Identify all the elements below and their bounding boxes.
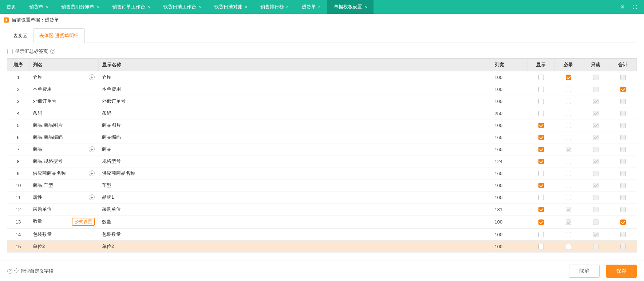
chk-required[interactable] (566, 207, 571, 212)
chk-show[interactable] (538, 87, 544, 92)
cell-width[interactable]: 100 (491, 83, 528, 95)
tab-close-icon[interactable]: × (364, 4, 367, 9)
table-row[interactable]: 9供应商商品名称+供应商商品名称160 (7, 167, 637, 179)
chk-required[interactable] (566, 183, 571, 188)
fullscreen-icon[interactable] (630, 2, 640, 12)
chk-required[interactable] (566, 99, 571, 104)
add-sub-column-icon[interactable]: + (89, 194, 95, 200)
cell-width[interactable]: 160 (491, 143, 528, 155)
chk-total[interactable] (620, 219, 626, 225)
chk-total[interactable] (620, 244, 626, 249)
chk-required[interactable] (566, 232, 571, 237)
chk-show[interactable] (538, 232, 544, 237)
chk-show[interactable] (538, 135, 544, 140)
cell-width[interactable]: 100 (491, 241, 528, 253)
tab-header-area[interactable]: 表头区 (7, 29, 33, 43)
tab-close-icon[interactable]: × (46, 4, 48, 9)
cell-display[interactable]: 包装数量 (98, 229, 491, 241)
cell-display[interactable]: 单位2 (98, 241, 491, 253)
tab[interactable]: 首页 (0, 0, 23, 14)
cell-display[interactable]: 商品编码 (98, 131, 491, 143)
chk-required[interactable] (566, 195, 571, 200)
formula-chip[interactable]: 公式设置 (72, 218, 95, 226)
chk-required[interactable] (566, 244, 571, 249)
close-all-tabs-icon[interactable] (618, 2, 627, 12)
table-row[interactable]: 12采购单位采购单位131 (7, 203, 637, 215)
add-sub-column-icon[interactable]: + (89, 170, 95, 176)
cell-width[interactable]: 100 (491, 95, 528, 107)
chk-readonly[interactable] (593, 232, 598, 237)
table-row[interactable]: 5商品.商品图片商品图片100 (7, 119, 637, 131)
chk-readonly[interactable] (593, 123, 598, 128)
cell-display[interactable]: 商品图片 (98, 119, 491, 131)
chk-required[interactable] (566, 111, 571, 116)
chk-required[interactable] (566, 75, 571, 80)
expand-icon[interactable] (4, 17, 9, 23)
chk-readonly[interactable] (593, 135, 598, 140)
chk-show[interactable] (538, 123, 544, 128)
table-row[interactable]: 2本单费用本单费用100 (7, 83, 637, 95)
chk-total[interactable] (620, 147, 626, 152)
chk-required[interactable] (566, 219, 571, 225)
tab[interactable]: 销售订单工作台× (106, 0, 157, 14)
table-row[interactable]: 6商品.商品编码商品编码165 (7, 131, 637, 143)
chk-total[interactable] (620, 75, 626, 80)
chk-total[interactable] (620, 135, 626, 140)
chk-show[interactable] (538, 75, 544, 80)
save-button[interactable]: 保存 (606, 265, 637, 278)
manage-custom-fields-link[interactable]: ? 管理自定义字段 (7, 268, 54, 274)
chk-total[interactable] (620, 87, 626, 92)
chk-show[interactable] (538, 111, 544, 116)
table-row[interactable]: 11属性+品牌1100 (7, 191, 637, 203)
tab-close-icon[interactable]: × (147, 4, 150, 9)
chk-readonly[interactable] (593, 99, 598, 104)
tab-body-area[interactable]: 表体区-进货单明细 (33, 28, 85, 43)
tab[interactable]: 销货单× (23, 0, 55, 14)
chk-readonly[interactable] (593, 159, 598, 164)
chk-required[interactable] (566, 147, 571, 152)
tab[interactable]: 进货单× (295, 0, 327, 14)
cell-display[interactable]: 品牌1 (98, 191, 491, 203)
table-row[interactable]: 14包装数量包装数量100 (7, 229, 637, 241)
summary-checkbox[interactable] (7, 49, 13, 54)
cell-width[interactable]: 100 (491, 215, 528, 229)
cell-display[interactable]: 仓库 (98, 71, 491, 83)
chk-required[interactable] (566, 159, 571, 164)
chk-required[interactable] (566, 135, 571, 140)
table-row[interactable]: 3外部订单号外部订单号100 (7, 95, 637, 107)
cell-display[interactable]: 外部订单号 (98, 95, 491, 107)
cell-width[interactable]: 100 (491, 229, 528, 241)
tab-close-icon[interactable]: × (245, 4, 247, 9)
cell-display[interactable]: 供应商商品名称 (98, 167, 491, 179)
chk-total[interactable] (620, 232, 626, 237)
chk-show[interactable] (538, 244, 544, 249)
chk-show[interactable] (538, 195, 544, 200)
cell-width[interactable]: 100 (491, 71, 528, 83)
tab[interactable]: 销售费用分摊单× (55, 0, 106, 14)
table-row[interactable]: 8商品.规格型号规格型号124 (7, 155, 637, 167)
cell-display[interactable]: 车型 (98, 179, 491, 191)
chk-required[interactable] (566, 123, 571, 128)
chk-show[interactable] (538, 159, 544, 164)
table-row[interactable]: 1仓库+仓库100 (7, 71, 637, 83)
chk-total[interactable] (620, 123, 626, 128)
tab-close-icon[interactable]: × (198, 4, 201, 9)
tab[interactable]: 销售排行榜× (254, 0, 295, 14)
chk-total[interactable] (620, 111, 626, 116)
cell-width[interactable]: 100 (491, 179, 528, 191)
cell-width[interactable]: 124 (491, 155, 528, 167)
add-sub-column-icon[interactable]: + (89, 74, 95, 80)
chk-show[interactable] (538, 183, 544, 188)
table-row[interactable]: 13数量公式设置数量100 (7, 215, 637, 229)
cell-width[interactable]: 100 (491, 119, 528, 131)
cell-display[interactable]: 数量 (98, 215, 491, 229)
chk-show[interactable] (538, 171, 544, 176)
table-row[interactable]: 4条码条码250 (7, 107, 637, 119)
chk-total[interactable] (620, 207, 626, 212)
cell-display[interactable]: 商品 (98, 143, 491, 155)
chk-required[interactable] (566, 171, 571, 176)
chk-readonly[interactable] (593, 183, 598, 188)
cell-width[interactable]: 250 (491, 107, 528, 119)
chk-total[interactable] (620, 183, 626, 188)
help-icon[interactable]: ? (50, 49, 55, 54)
